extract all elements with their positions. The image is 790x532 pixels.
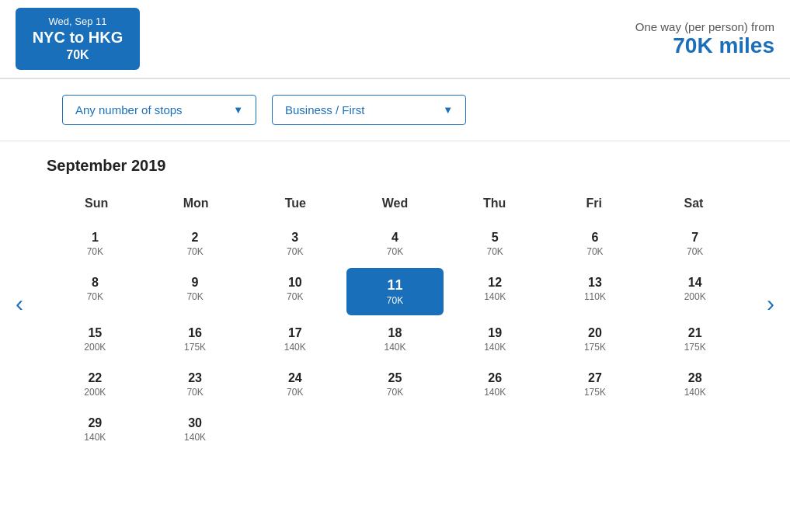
next-month-button[interactable]: › [759,283,782,325]
day-price: 70K [550,246,641,257]
day-header-tue: Tue [245,190,345,217]
day-number: 7 [649,231,740,245]
day-number: 19 [450,326,541,340]
calendar-day-7[interactable]: 770K [646,223,743,265]
day-number: 16 [150,326,241,340]
prev-month-button[interactable]: ‹ [8,283,31,325]
day-number: 13 [550,276,641,290]
calendar-day-27[interactable]: 27175K [547,363,644,405]
cabin-dropdown[interactable]: Business / First ▼ [272,95,466,125]
calendar-day-8[interactable]: 870K [47,268,144,315]
calendar-grid: 170K270K370K470K570K670K770K870K970K1070… [47,223,743,450]
day-number: 21 [649,326,740,340]
day-price: 200K [649,291,740,302]
day-number: 4 [350,231,440,245]
stops-dropdown-arrow: ▼ [233,104,243,116]
day-number: 18 [350,326,440,340]
day-number: 6 [550,231,641,245]
day-header-sun: Sun [47,190,146,217]
calendar-day-14[interactable]: 14200K [646,268,743,315]
calendar-day-29[interactable]: 29140K [47,409,144,450]
calendar-empty-cell [547,409,644,450]
calendar-day-6[interactable]: 670K [547,223,644,265]
header: Wed, Sep 11 NYC to HKG 70K One way (per … [0,0,790,79]
calendar-day-19[interactable]: 19140K [447,318,544,360]
calendar-day-28[interactable]: 28140K [646,363,743,405]
day-price: 70K [150,387,241,398]
calendar-day-18[interactable]: 18140K [346,318,444,360]
day-price: 140K [450,342,541,353]
day-price: 175K [550,387,641,398]
calendar-day-5[interactable]: 570K [447,223,544,265]
pricing-value: 70K miles [635,33,774,58]
day-price: 70K [350,246,440,257]
day-price: 70K [50,291,141,302]
calendar-day-26[interactable]: 26140K [447,363,544,405]
pricing-label: One way (per person) from [635,20,774,33]
day-price: 140K [450,387,541,398]
trip-card[interactable]: Wed, Sep 11 NYC to HKG 70K [16,8,140,70]
day-number: 30 [150,416,241,430]
day-price: 70K [150,246,241,257]
calendar-day-16[interactable]: 16175K [147,318,244,360]
day-price: 200K [50,342,141,353]
day-header-mon: Mon [146,190,245,217]
day-price: 110K [550,291,641,302]
day-number: 23 [150,371,241,385]
calendar-day-21[interactable]: 21175K [646,318,743,360]
day-price: 140K [350,342,440,353]
day-price: 70K [50,246,141,257]
day-price: 70K [249,387,340,398]
calendar-day-3[interactable]: 370K [246,223,343,265]
day-number: 17 [249,326,340,340]
day-number: 29 [50,416,141,430]
cabin-dropdown-arrow: ▼ [443,104,453,116]
day-number: 28 [649,371,740,385]
calendar-day-15[interactable]: 15200K [47,318,144,360]
calendar-day-23[interactable]: 2370K [147,363,244,405]
day-header-fri: Fri [545,190,644,217]
trip-date: Wed, Sep 11 [30,16,126,27]
day-number: 11 [351,277,439,294]
calendar-day-20[interactable]: 20175K [547,318,644,360]
day-number: 5 [450,231,541,245]
calendar-day-1[interactable]: 170K [47,223,144,265]
calendar-day-25[interactable]: 2570K [346,363,444,405]
day-header-sat: Sat [644,190,743,217]
day-price: 175K [550,342,641,353]
calendar-day-11[interactable]: 1170K [346,268,444,315]
day-price: 70K [450,246,541,257]
calendar-day-9[interactable]: 970K [147,268,244,315]
day-number: 15 [50,326,141,340]
day-header-thu: Thu [445,190,545,217]
calendar-day-17[interactable]: 17140K [246,318,343,360]
calendar-container: ‹ › September 2019 SunMonTueWedThuFriSat… [0,141,790,466]
stops-label: Any number of stops [75,103,183,116]
calendar-day-22[interactable]: 22200K [47,363,144,405]
day-price: 200K [50,387,141,398]
day-number: 10 [249,276,340,290]
calendar-day-2[interactable]: 270K [147,223,244,265]
day-number: 3 [249,231,340,245]
day-price: 70K [249,291,340,302]
calendar-day-4[interactable]: 470K [346,223,444,265]
day-price: 70K [249,246,340,257]
calendar-day-13[interactable]: 13110K [547,268,644,315]
calendar-day-12[interactable]: 12140K [447,268,544,315]
trip-miles: 70K [30,48,126,62]
calendar-day-headers: SunMonTueWedThuFriSat [47,190,743,217]
day-number: 25 [350,371,440,385]
pricing-info: One way (per person) from 70K miles [635,20,774,58]
calendar-day-30[interactable]: 30140K [147,409,244,450]
day-price: 70K [351,295,439,306]
calendar-day-24[interactable]: 2470K [246,363,343,405]
day-price: 175K [150,342,241,353]
day-number: 9 [150,276,241,290]
day-price: 70K [649,246,740,257]
stops-dropdown[interactable]: Any number of stops ▼ [62,95,256,125]
calendar-empty-cell [246,409,343,450]
day-price: 70K [150,291,241,302]
day-number: 26 [450,371,541,385]
cabin-label: Business / First [285,103,365,116]
calendar-day-10[interactable]: 1070K [246,268,343,315]
